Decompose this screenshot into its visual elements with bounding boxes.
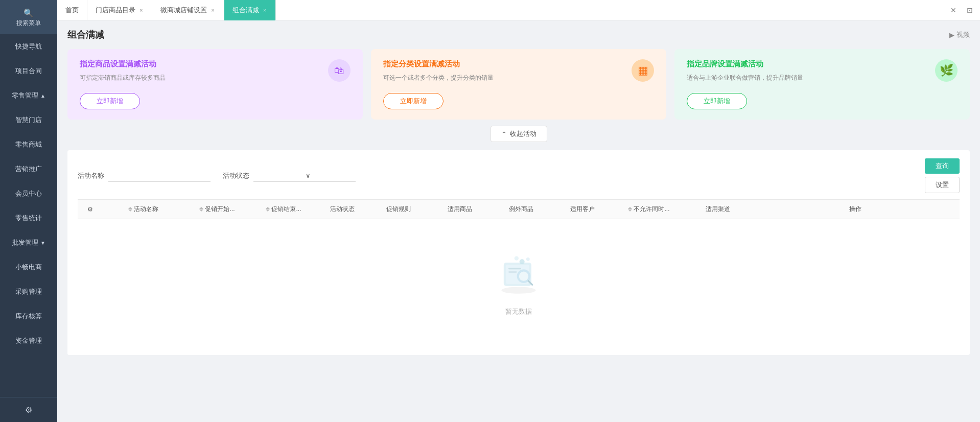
filter-actions: 查询 设置 [925, 158, 960, 193]
th-promo-rule-label: 促销规则 [386, 205, 411, 214]
sidebar-item-quick-nav[interactable]: 快捷导航 [0, 34, 57, 59]
sidebar-smart-store-label: 智慧门店 [15, 115, 42, 125]
resize-window-button[interactable]: ⊡ [964, 4, 976, 16]
tab-bar: 首页 门店商品目录 × 微商城店铺设置 × 组合满减 × ✕ ⊡ [57, 0, 980, 20]
sidebar-marketing-label: 营销推广 [15, 165, 42, 174]
tab-wechat-shop-close[interactable]: × [210, 6, 215, 14]
content-area: 组合满减 ▶ 视频 🛍 指定商品设置满减活动 可指定滞销商品或库存较多商品 立即… [57, 20, 980, 422]
card-category: ▦ 指定分类设置满减活动 可选一个或者多个分类，提升分类的销量 立即新增 [371, 49, 666, 120]
tab-combo-discount-close[interactable]: × [262, 6, 267, 14]
sidebar-item-member-center[interactable]: 会员中心 [0, 181, 57, 206]
tab-store-catalog[interactable]: 门店商品目录 × [87, 0, 152, 20]
activity-name-input[interactable] [108, 170, 211, 182]
page-title: 组合满减 [67, 29, 104, 41]
svg-point-0 [502, 287, 536, 294]
sidebar-item-retail-stats[interactable]: 零售统计 [0, 206, 57, 230]
card-brand-title: 指定品牌设置满减活动 [687, 59, 958, 69]
card-category-title: 指定分类设置满减活动 [383, 59, 654, 69]
th-gear[interactable]: ⚙ [78, 206, 102, 213]
gear-col-icon: ⚙ [87, 206, 93, 213]
sidebar-item-retail-management[interactable]: 零售管理 ▲ [0, 83, 57, 108]
chevron-down-icon: ▼ [40, 240, 45, 246]
sidebar-ecommerce-label: 小畅电商 [15, 263, 42, 272]
th-applicable-goods-label: 适用商品 [448, 205, 472, 214]
card-brand-desc: 适合与上游企业联合做营销，提升品牌销量 [687, 73, 958, 83]
sidebar-item-marketing[interactable]: 营销推广 [0, 157, 57, 181]
collapse-label: 收起活动 [510, 129, 536, 138]
th-activity-status: 活动状态 [317, 205, 368, 214]
sidebar-wholesale-management-label: 批发管理 [12, 238, 38, 247]
card-product-desc: 可指定滞销商品或库存较多商品 [80, 73, 351, 83]
sidebar-item-settings[interactable]: ⚙ [0, 397, 57, 422]
th-not-allow[interactable]: 不允许同时... [613, 205, 685, 214]
tab-combo-discount-label: 组合满减 [232, 6, 259, 15]
sidebar-item-retail-mall[interactable]: 零售商城 [0, 132, 57, 157]
sidebar-item-inventory-calc[interactable]: 库存核算 [0, 304, 57, 329]
svg-point-8 [520, 260, 525, 265]
tab-home[interactable]: 首页 [57, 0, 87, 20]
card-category-icon: ▦ [632, 59, 654, 82]
sidebar-item-ecommerce[interactable]: 小畅电商 [0, 255, 57, 279]
table-header: ⚙ 活动名称 促销开始... 促销结束... 活动状态 [78, 199, 960, 219]
sidebar-retail-stats-label: 零售统计 [15, 214, 42, 223]
th-applicable-customer: 适用客户 [552, 205, 613, 214]
sidebar-item-finance-management[interactable]: 资金管理 [0, 329, 57, 353]
card-brand-add-button[interactable]: 立即新增 [687, 93, 747, 109]
th-promo-end-label: 促销结束... [271, 205, 301, 214]
sidebar-item-wholesale-management[interactable]: 批发管理 ▼ [0, 230, 57, 255]
th-promo-start[interactable]: 促销开始... [184, 205, 250, 214]
sidebar-inventory-calc-label: 库存核算 [15, 312, 42, 321]
sidebar-item-project-contract[interactable]: 项目合同 [0, 59, 57, 83]
activity-status-select[interactable]: ∨ [253, 170, 356, 182]
card-product-icon: 🛍 [328, 59, 351, 82]
tab-combo-discount[interactable]: 组合满减 × [224, 0, 276, 20]
th-applicable-channel: 适用渠道 [685, 205, 751, 214]
th-activity-name[interactable]: 活动名称 [102, 205, 184, 214]
resize-icon: ⊡ [967, 6, 973, 14]
tab-wechat-shop-label: 微商城店铺设置 [160, 6, 207, 15]
collapse-button[interactable]: ⌃ 收起活动 [491, 126, 547, 142]
close-window-button[interactable]: ✕ [947, 4, 960, 16]
sidebar-finance-management-label: 资金管理 [15, 336, 42, 345]
sidebar-retail-management-label: 零售管理 [12, 91, 38, 100]
th-promo-end[interactable]: 促销结束... [250, 205, 317, 214]
card-brand: 🌿 指定品牌设置满减活动 适合与上游企业联合做营销，提升品牌销量 立即新增 [674, 49, 970, 120]
filter-section: 活动名称 活动状态 ∨ 查询 设置 ⚙ [67, 150, 970, 355]
collapse-up-icon: ⌃ [501, 130, 507, 138]
setting-button[interactable]: 设置 [925, 177, 960, 193]
close-icon: ✕ [950, 6, 956, 14]
sidebar-item-purchase-management[interactable]: 采购管理 [0, 279, 57, 304]
sidebar: 🔍 搜索菜单 快捷导航 项目合同 零售管理 ▲ 智慧门店 零售商城 营销推广 会… [0, 0, 57, 422]
query-button[interactable]: 查询 [925, 158, 960, 174]
th-exception-goods-label: 例外商品 [509, 205, 533, 214]
tab-store-catalog-close[interactable]: × [138, 6, 144, 14]
sidebar-retail-mall-label: 零售商城 [15, 140, 42, 149]
tab-bar-actions: ✕ ⊡ [947, 4, 980, 16]
card-product-add-button[interactable]: 立即新增 [80, 93, 140, 109]
sidebar-item-search[interactable]: 🔍 搜索菜单 [0, 0, 57, 34]
th-promo-start-label: 促销开始... [205, 205, 235, 214]
sidebar-item-smart-store[interactable]: 智慧门店 [0, 108, 57, 132]
empty-text: 暂无数据 [505, 307, 532, 316]
svg-point-9 [526, 257, 530, 261]
th-action: 操作 [751, 205, 960, 214]
th-activity-status-label: 活动状态 [330, 205, 355, 214]
activity-status-label: 活动状态 [223, 171, 249, 180]
sidebar-purchase-management-label: 采购管理 [15, 287, 42, 296]
tab-wechat-shop[interactable]: 微商城店铺设置 × [152, 0, 224, 20]
th-exception-goods: 例外商品 [491, 205, 552, 214]
video-link[interactable]: ▶ 视频 [949, 30, 970, 39]
th-not-allow-label: 不允许同时... [634, 205, 669, 214]
card-category-add-button[interactable]: 立即新增 [383, 93, 444, 109]
th-promo-rule: 促销规则 [368, 205, 429, 214]
sidebar-member-center-label: 会员中心 [15, 189, 42, 198]
card-brand-icon: 🌿 [935, 59, 958, 82]
filter-row: 活动名称 活动状态 ∨ 查询 设置 [78, 158, 960, 193]
chevron-up-icon: ▲ [40, 93, 45, 99]
sidebar-project-contract-label: 项目合同 [15, 66, 42, 76]
svg-point-10 [515, 256, 519, 261]
th-activity-name-label: 活动名称 [134, 205, 158, 214]
filter-activity-name: 活动名称 [78, 170, 211, 182]
th-action-label: 操作 [849, 205, 861, 214]
sidebar-quick-nav-label: 快捷导航 [15, 42, 42, 51]
